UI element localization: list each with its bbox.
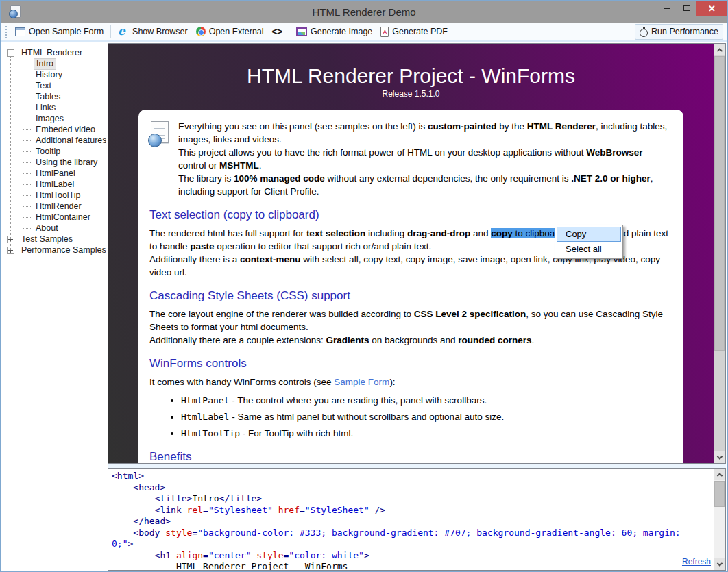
tree-item-label: About xyxy=(34,223,60,234)
tree-item-label: HtmlRender xyxy=(34,201,84,212)
tree-item-htmltooltip[interactable]: HtmlToolTip xyxy=(1,190,106,201)
tree-item-label: HtmlToolTip xyxy=(34,190,83,201)
code-scrollbar[interactable] xyxy=(714,469,725,570)
preview-content-box: Everything you see on this panel (see sa… xyxy=(138,110,683,463)
bullet-item: HtmlToolTip - For ToolTip with rich html… xyxy=(181,427,672,440)
refresh-link[interactable]: Refresh xyxy=(678,556,711,568)
preview-title: HTML Renderer Project - WinForms xyxy=(108,64,714,88)
tree-item-text[interactable]: Text xyxy=(1,80,106,91)
tree-item-embeded-video[interactable]: Embeded video xyxy=(1,124,106,135)
code-line: <head> xyxy=(112,482,710,494)
form-icon xyxy=(15,27,25,36)
open-external-button[interactable]: Open External xyxy=(192,25,268,38)
tree-item-label: Using the library xyxy=(34,158,99,168)
html-source-code[interactable]: <html> <head> <title>Intro</title> <link… xyxy=(108,469,714,570)
bullet-item: HtmlPanel - The control where you are re… xyxy=(181,394,672,407)
tree-item-label: HtmlLabel xyxy=(34,179,76,190)
tree-item-tooltip[interactable]: Tooltip xyxy=(1,146,106,157)
tree-item-history[interactable]: History xyxy=(1,69,106,80)
tree-item-label: Additional features xyxy=(34,136,106,146)
sample-form-link[interactable]: Sample Form xyxy=(334,377,389,387)
document-globe-icon xyxy=(149,121,170,147)
generate-pdf-label: Generate PDF xyxy=(392,27,448,36)
tree-item-label: Tooltip xyxy=(34,147,62,157)
generate-pdf-button[interactable]: Generate PDF xyxy=(376,25,452,39)
stopwatch-icon xyxy=(640,29,648,37)
run-performance-button[interactable]: Run Performance xyxy=(635,24,723,40)
tree-item-tables[interactable]: Tables xyxy=(1,91,106,102)
bullet-list: HtmlPanel - The control where you are re… xyxy=(149,394,672,440)
tree-item-label: HTML Renderer xyxy=(19,48,84,58)
scroll-down-button[interactable] xyxy=(714,558,725,570)
tree-item-performance-samples[interactable]: Performance Samples xyxy=(1,245,106,256)
tree-item-label: Images xyxy=(34,114,66,124)
preview-scrollbar[interactable] xyxy=(714,44,725,463)
code-line: <html> xyxy=(112,471,710,482)
context-menu-item-copy[interactable]: Copy xyxy=(557,227,621,242)
tree-item-htmlrender[interactable]: HtmlRender xyxy=(1,201,106,212)
tree-item-about[interactable]: About xyxy=(1,223,106,234)
chevron-down-icon xyxy=(716,560,722,566)
context-menu-item-select-all[interactable]: Select all xyxy=(557,242,621,257)
generate-image-label: Generate Image xyxy=(311,27,372,36)
section-heading: Benefits xyxy=(149,450,672,463)
tree-item-test-samples[interactable]: Test Samples xyxy=(1,234,106,245)
tree-item-label: HtmlContainer xyxy=(34,212,93,223)
image-icon xyxy=(296,27,307,36)
bullet-item: HtmlLabel - Same as html panel but witho… xyxy=(181,410,672,423)
collapse-icon[interactable] xyxy=(7,49,14,57)
internet-explorer-icon: e xyxy=(118,26,129,37)
code-toggle-button[interactable]: <> xyxy=(268,24,286,39)
maximize-button[interactable] xyxy=(677,1,696,16)
tree-item-using-the-library[interactable]: Using the library xyxy=(1,157,106,168)
tree-item-html-renderer[interactable]: HTML Renderer xyxy=(1,47,106,58)
window-title: HTML Renderer Demo xyxy=(1,6,727,18)
tree-item-htmlpanel[interactable]: HtmlPanel xyxy=(1,168,106,179)
tree-item-images[interactable]: Images xyxy=(1,113,106,124)
tree-item-label: Links xyxy=(34,103,58,113)
open-sample-form-label: Open Sample Form xyxy=(29,27,104,36)
html-source-panel[interactable]: <html> <head> <title>Intro</title> <link… xyxy=(108,468,726,571)
minimize-button[interactable] xyxy=(657,1,677,16)
toolbar-grip xyxy=(5,25,8,38)
preview-subtitle: Release 1.5.1.0 xyxy=(108,89,714,99)
minimize-icon xyxy=(664,8,670,9)
scroll-up-button[interactable] xyxy=(714,469,725,480)
tree-item-additional-features[interactable]: Additional features xyxy=(1,135,106,146)
open-sample-form-button[interactable]: Open Sample Form xyxy=(11,25,108,38)
tree-item-label: Text xyxy=(34,81,53,91)
tree-item-intro[interactable]: Intro xyxy=(1,58,106,69)
tree-item-label: Tables xyxy=(34,92,62,102)
code-line: <h1 align="center" style="color: white"> xyxy=(112,550,710,562)
chevron-down-icon xyxy=(716,453,722,459)
tree-item-links[interactable]: Links xyxy=(1,102,106,113)
tree-item-htmlcontainer[interactable]: HtmlContainer xyxy=(1,212,106,223)
intro-line: This project allows you to have the rich… xyxy=(178,146,672,172)
show-browser-button[interactable]: e Show Browser xyxy=(114,24,192,39)
app-window: HTML Renderer Demo ✕ Open Sample Form e … xyxy=(0,0,728,572)
samples-tree: HTML RendererIntroHistoryTextTablesLinks… xyxy=(1,43,106,571)
section-heading: Text selection (copy to clipboard) xyxy=(149,208,672,221)
show-browser-label: Show Browser xyxy=(132,27,188,36)
chevron-up-icon xyxy=(716,48,722,53)
close-button[interactable]: ✕ xyxy=(696,1,727,16)
tree-item-label: Intro xyxy=(34,58,56,70)
code-line: HTML Renderer Project - WinForms xyxy=(112,561,710,571)
scrollbar-thumb[interactable] xyxy=(714,481,725,507)
tree-item-htmllabel[interactable]: HtmlLabel xyxy=(1,179,106,190)
close-icon: ✕ xyxy=(708,3,716,14)
run-performance-label: Run Performance xyxy=(651,27,718,36)
toolbar: Open Sample Form e Show Browser Open Ext… xyxy=(1,23,727,42)
scrollbar-thumb[interactable] xyxy=(714,56,725,351)
tree-item-label: HtmlPanel xyxy=(34,169,77,179)
html-preview-panel: HTML Renderer Project - WinForms Release… xyxy=(108,43,726,464)
maximize-icon xyxy=(683,5,690,11)
tree-item-label: History xyxy=(34,70,64,80)
scroll-down-button[interactable] xyxy=(714,451,725,463)
generate-image-button[interactable]: Generate Image xyxy=(292,25,376,38)
pdf-icon xyxy=(380,27,389,37)
section-paragraph: The core layout engine of the renderer w… xyxy=(149,308,672,334)
scroll-up-button[interactable] xyxy=(714,44,725,55)
tree-item-label: Test Samples xyxy=(19,234,75,245)
title-bar: HTML Renderer Demo xyxy=(1,1,727,23)
